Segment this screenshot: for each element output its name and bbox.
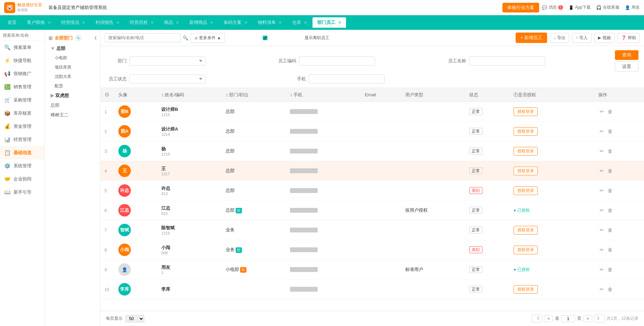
tab-customer[interactable]: 客户联络✕ [22, 17, 56, 28]
edit-btn[interactable]: ✏ [598, 128, 605, 135]
sidebar-item-finance[interactable]: 💰 资金管理 [0, 120, 45, 133]
edit-btn[interactable]: ✏ [598, 227, 605, 234]
filter-search: 🔍 ⊿ 更多条件 ▲ 显示离职员工 [105, 33, 513, 43]
tab-goods[interactable]: 商品✕ [159, 17, 184, 28]
delete-btn[interactable]: 🗑 [606, 266, 614, 273]
auth-btn[interactable]: 授权登录 [514, 127, 538, 136]
tab-barcode[interactable]: 条码方案✕ [219, 17, 252, 28]
dept-node-zongbu[interactable]: 总部 [48, 100, 100, 110]
sidebar-item-marketing[interactable]: 📢 营销推广 [0, 67, 45, 80]
sidebar-item-quick[interactable]: ⚡ 快捷导航 [0, 54, 45, 67]
sidebar-item-sales[interactable]: 💹 销售管理 [0, 80, 45, 94]
edit-btn[interactable]: ✏ [598, 167, 605, 174]
auth-granted: 已授权 [514, 208, 530, 213]
auth-btn[interactable]: 授权登录 [514, 226, 538, 235]
sidebar-item-search[interactable]: 🔍 搜索菜单 [0, 41, 45, 54]
reset-btn[interactable]: 设置 [615, 61, 638, 72]
delete-btn[interactable]: 🗑 [606, 207, 614, 214]
try-btn[interactable]: 体验行业方案 [502, 3, 539, 12]
dept-node-shuanghu[interactable]: ▶双虎想 [48, 91, 100, 100]
emp-name-input[interactable] [469, 56, 545, 65]
dept-node-shenyang[interactable]: 沈阳大库 [48, 72, 100, 81]
tab-employee[interactable]: 部门员工✕ [312, 17, 346, 28]
prev-page-btn[interactable]: < [544, 315, 553, 322]
auth-btn[interactable]: 授权登录 [514, 246, 538, 254]
app-download-btn[interactable]: 📱 App下载 [569, 5, 591, 10]
tab-operation[interactable]: 经营情况✕ [56, 17, 90, 28]
sidebar-item-inventory[interactable]: 📦 库存核算 [0, 107, 45, 120]
emp-status-select[interactable] [129, 74, 206, 83]
dept-node-peihu[interactable]: 配货 [48, 81, 100, 91]
export-btn[interactable]: ↓ 导出 [550, 33, 569, 43]
tab-home[interactable]: 首页 [3, 17, 21, 28]
emp-code-input[interactable] [299, 56, 375, 65]
delete-btn[interactable]: 🗑 [606, 187, 614, 194]
auth-btn[interactable]: 授权登录 [514, 186, 538, 195]
dept-edit-btn[interactable]: ✎ [75, 35, 82, 42]
delete-btn[interactable]: 🗑 [606, 286, 614, 293]
finance-icon: 💰 [4, 123, 11, 130]
col-phone[interactable]: ↕ 手机 [286, 88, 361, 102]
add-employee-btn[interactable]: + 新增员工 [516, 33, 547, 43]
tab-bom[interactable]: 物料清单✕ [253, 17, 287, 28]
edit-btn[interactable]: ✏ [598, 108, 605, 115]
edit-btn[interactable]: ✏ [598, 246, 605, 253]
page-size-select[interactable]: 50 20 100 [125, 315, 144, 323]
page-number-input[interactable] [561, 315, 575, 322]
delete-btn[interactable]: 🗑 [606, 227, 614, 234]
import-btn[interactable]: ↑ 导入 [572, 33, 591, 43]
row-name: 小闯008 [157, 240, 221, 260]
avatar: 👤 [118, 263, 131, 276]
tab-new-goods[interactable]: 新增商品✕ [184, 17, 218, 28]
dept-node-shuxu[interactable]: 稀树王二 [48, 110, 100, 120]
sidebar-item-basic[interactable]: 📋 基础信息 [0, 146, 45, 159]
dept-all-label[interactable]: 全部部门 [55, 35, 73, 41]
edit-btn[interactable]: ✏ [598, 266, 605, 273]
sidebar-item-collab[interactable]: 🤝 企业协同 [0, 173, 45, 186]
delete-btn[interactable]: 🗑 [606, 148, 614, 155]
dept-collapse-btn[interactable]: 《 [92, 35, 97, 41]
dept-node-project[interactable]: 项目库房 [48, 63, 100, 72]
sidebar-item-system[interactable]: ⚙️ 系统管理 [0, 159, 45, 173]
delete-btn[interactable]: 🗑 [606, 167, 614, 174]
edit-btn[interactable]: ✏ [598, 207, 605, 214]
dept-select[interactable] [129, 56, 206, 65]
show-resigned-checkbox[interactable]: 显示离职员工 [227, 35, 329, 41]
col-name[interactable]: ↕ 姓名/编码 [157, 88, 221, 102]
tab-warehouse[interactable]: 仓库✕ [287, 17, 312, 28]
help-btn[interactable]: ❓ 帮助 [617, 33, 640, 43]
message-btn[interactable]: 💬 消息 5 [542, 5, 563, 10]
online-service-btn[interactable]: 🎧 在线客服 [596, 5, 619, 10]
tab-history[interactable]: 经营历程✕ [125, 17, 158, 28]
query-btn[interactable]: 查询 [615, 50, 638, 60]
first-page-btn[interactable]: 《 [532, 315, 542, 323]
sidebar-item-guide[interactable]: 📖 新手引导 [0, 186, 45, 199]
more-conditions-btn[interactable]: ⊿ 更多条件 ▲ [190, 33, 225, 43]
delete-btn[interactable]: 🗑 [606, 128, 614, 135]
dept-node-xiaodian[interactable]: 小电部 [48, 53, 100, 63]
sidebar-search-input[interactable] [3, 33, 45, 38]
dept-node-zongbu-parent[interactable]: ▼总部 [48, 44, 100, 53]
next-page-btn[interactable]: > [583, 315, 592, 322]
sidebar-item-purchase[interactable]: 🛒 采购管理 [0, 94, 45, 107]
delete-btn[interactable]: 🗑 [606, 108, 614, 115]
row-ops: ✏ 🗑 [594, 280, 644, 299]
search-input[interactable] [105, 33, 181, 42]
edit-btn[interactable]: ✏ [598, 148, 605, 155]
user-btn[interactable]: 👤 用友 [625, 5, 640, 10]
phone-input[interactable] [309, 74, 385, 83]
col-dept[interactable]: ↕ 部门/职位 [221, 88, 286, 102]
settings-icon[interactable]: ⚙ [105, 92, 109, 98]
auth-btn[interactable]: 授权登录 [514, 285, 538, 294]
auth-btn[interactable]: 授权登录 [514, 147, 538, 156]
auth-btn[interactable]: 授权登录 [514, 167, 538, 175]
delete-btn[interactable]: 🗑 [606, 246, 614, 253]
view-btn[interactable]: ▶ 视频 [594, 33, 615, 43]
tab-profit[interactable]: 利润报告✕ [91, 17, 124, 28]
auth-btn[interactable]: 授权登录 [514, 107, 538, 116]
sidebar-item-management[interactable]: 📊 经营管理 [0, 133, 45, 146]
row-email [361, 240, 401, 260]
last-page-btn[interactable]: 》 [594, 315, 605, 323]
edit-btn[interactable]: ✏ [598, 286, 605, 293]
edit-btn[interactable]: ✏ [598, 187, 605, 194]
